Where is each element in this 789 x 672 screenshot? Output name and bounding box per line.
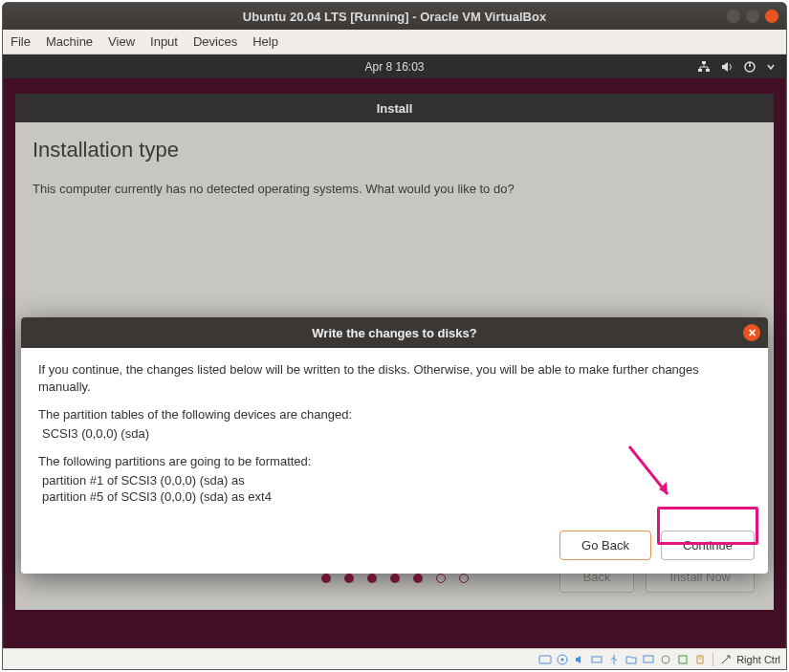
- dialog-body: If you continue, the changes listed belo…: [21, 348, 768, 525]
- progress-dot: [413, 574, 423, 583]
- menu-file[interactable]: File: [11, 34, 31, 49]
- menu-devices[interactable]: Devices: [193, 34, 237, 49]
- dialog-intro: If you continue, the changes listed belo…: [38, 361, 751, 395]
- network-adapter-icon[interactable]: [590, 653, 603, 666]
- svg-rect-11: [644, 656, 653, 662]
- separator: [712, 653, 713, 666]
- dialog-close-button[interactable]: ✕: [743, 324, 760, 341]
- host-titlebar[interactable]: Ubuntu 20.04 LTS [Running] - Oracle VM V…: [3, 3, 786, 30]
- progress-dot: [321, 574, 331, 583]
- svg-rect-10: [592, 657, 602, 662]
- dialog-titlebar[interactable]: Write the changes to disks? ✕: [21, 317, 768, 348]
- close-button[interactable]: [765, 10, 778, 23]
- mouse-integration-icon[interactable]: [693, 653, 707, 666]
- dialog-partition-2: partition #5 of SCSI3 (0,0,0) (sda) as e…: [38, 488, 751, 506]
- svg-point-12: [662, 656, 669, 663]
- progress-dot: [390, 574, 400, 583]
- dialog-buttons: Go Back Continue: [21, 525, 768, 574]
- svg-rect-13: [679, 656, 687, 663]
- dialog-title: Write the changes to disks?: [312, 326, 476, 340]
- host-key-icon[interactable]: [719, 653, 733, 666]
- menu-input[interactable]: Input: [150, 34, 178, 49]
- shared-folders-icon[interactable]: [625, 653, 638, 666]
- optical-disk-icon[interactable]: [556, 653, 569, 666]
- menu-view[interactable]: View: [108, 34, 135, 49]
- host-window-controls: [727, 10, 778, 23]
- progress-dot: [436, 574, 446, 583]
- progress-dots: [321, 574, 469, 583]
- vbox-statusbar: Right Ctrl: [3, 648, 786, 669]
- go-back-button[interactable]: Go Back: [559, 531, 651, 560]
- dialog-partition-1: partition #1 of SCSI3 (0,0,0) (sda) as: [38, 472, 751, 489]
- dialog-backdrop: Write the changes to disks? ✕ If you con…: [4, 55, 785, 648]
- recording-icon[interactable]: [659, 653, 672, 666]
- svg-rect-7: [539, 656, 551, 663]
- progress-dot: [367, 574, 377, 583]
- continue-button[interactable]: Continue: [661, 531, 755, 560]
- confirm-dialog: Write the changes to disks? ✕ If you con…: [21, 317, 768, 574]
- svg-point-9: [561, 658, 564, 661]
- audio-icon[interactable]: [573, 653, 586, 666]
- dialog-partitions-heading: The following partitions are going to be…: [38, 453, 751, 470]
- menu-machine[interactable]: Machine: [46, 34, 93, 49]
- close-icon: ✕: [748, 327, 756, 339]
- usb-icon[interactable]: [607, 653, 621, 666]
- maximize-button[interactable]: [746, 10, 759, 23]
- minimize-button[interactable]: [727, 10, 740, 23]
- display-icon[interactable]: [642, 653, 655, 666]
- host-title: Ubuntu 20.04 LTS [Running] - Oracle VM V…: [243, 10, 546, 24]
- dialog-device-1: SCSI3 (0,0,0) (sda): [38, 425, 751, 443]
- host-window: Ubuntu 20.04 LTS [Running] - Oracle VM V…: [2, 2, 787, 670]
- hard-disk-icon[interactable]: [538, 653, 552, 666]
- progress-dot: [459, 574, 469, 583]
- cpu-icon[interactable]: [676, 653, 690, 666]
- host-menubar: File Machine View Input Devices Help: [3, 30, 786, 54]
- menu-help[interactable]: Help: [252, 34, 278, 49]
- progress-dot: [344, 574, 354, 583]
- host-key-label: Right Ctrl: [736, 654, 780, 665]
- dialog-devices-heading: The partition tables of the following de…: [38, 406, 751, 423]
- guest-desktop: Apr 8 16:03 Install Installation type Th…: [4, 55, 785, 648]
